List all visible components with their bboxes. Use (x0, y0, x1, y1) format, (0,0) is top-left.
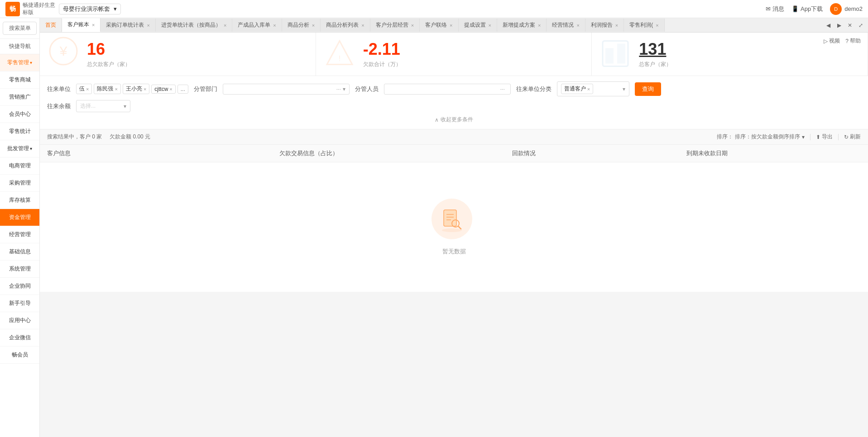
results-info: 搜索结果中，客户 0 家 欠款金额 0.00 元 (47, 133, 150, 141)
svg-rect-6 (617, 43, 625, 63)
remove-tag-wu[interactable]: × (86, 86, 89, 92)
tab-new-suggest[interactable]: 新增提成方案 × (497, 19, 547, 32)
tab-instock-stats[interactable]: 进货单统计表（按商品） × (156, 19, 232, 32)
play-icon: ▷ (824, 38, 828, 44)
sidebar-item-retail-mall[interactable]: 零售商城 (0, 71, 39, 89)
person-input[interactable]: ··· (384, 84, 511, 95)
export-btn[interactable]: ⬆ 导出 (816, 133, 833, 141)
tab-purchase-order[interactable]: 采购订单统计表 × (101, 19, 155, 32)
quick-nav-btn[interactable]: 快捷导航 (0, 39, 39, 54)
tab-product-analysis-list[interactable]: 商品分析列表 × (321, 19, 370, 32)
help-btn[interactable]: ? 帮助 (845, 37, 861, 45)
main-layout: 搜索菜单 快捷导航 零售管理 ▾ 零售商城 营销推广 会员中心 零售统计 批发管… (0, 18, 868, 437)
close-tab-purchase[interactable]: × (147, 23, 149, 28)
filter-row-1: 往来单位 伍 × 陈民强 × 王小亮 × (47, 81, 861, 96)
content-area: 首页 客户账本 × 采购订单统计表 × 进货单统计表（按商品） × 产成品入库单… (40, 18, 868, 437)
sidebar-item-wholesale-mgmt[interactable]: 批发管理 ▾ (0, 140, 39, 157)
person-more-icon: ··· (500, 86, 505, 92)
filter-tag-cjttcw: cjttcw × (151, 85, 175, 94)
unit-type-select[interactable]: 普通客户 × ▾ (557, 81, 629, 96)
close-tab-instock[interactable]: × (224, 23, 226, 28)
search-menu-btn[interactable]: 搜索菜单 (3, 22, 37, 35)
sidebar-item-vip-member[interactable]: 畅会员 (0, 347, 39, 364)
tab-bar-actions: ◀ ▶ ✕ ⤢ (821, 21, 868, 30)
filter-row-2: 往来余额 选择... ▾ (47, 100, 861, 112)
empty-illustration (432, 199, 477, 244)
tab-production-instock[interactable]: 产成品入库单 × (232, 19, 282, 32)
sidebar-item-basic-info[interactable]: 基础信息 (0, 243, 39, 261)
remove-tag-chen[interactable]: × (115, 86, 117, 92)
col-repayment: 回款情况 (512, 149, 686, 157)
chevron-icon: ▾ (30, 60, 32, 65)
sort-label-text: 排序：按欠款金额倒序排序 (735, 133, 800, 141)
customer-count: 0 (92, 133, 95, 140)
balance-select[interactable]: 选择... ▾ (76, 100, 130, 112)
close-tab-new-suggest[interactable]: × (538, 23, 541, 28)
sidebar-item-inventory[interactable]: 库存核算 (0, 192, 39, 209)
sidebar-item-retail-stats[interactable]: 零售统计 (0, 123, 39, 140)
sidebar-item-system[interactable]: 系统管理 (0, 261, 39, 278)
refresh-btn[interactable]: ↻ 刷新 (844, 133, 861, 141)
close-tab-production[interactable]: × (273, 23, 276, 28)
stat-total-debtors: ¥ 16 总欠款客户（家） (40, 33, 316, 76)
remove-tag-wang[interactable]: × (144, 86, 146, 92)
collapse-btn[interactable]: ∧ 收起更多条件 (47, 116, 861, 124)
sidebar-item-member-center[interactable]: 会员中心 (0, 106, 39, 123)
close-tab-contact[interactable]: × (450, 23, 452, 28)
sidebar-item-enterprise[interactable]: 企业协同 (0, 278, 39, 295)
filter-more-tags[interactable]: ... (177, 85, 188, 94)
close-tab-customer-book[interactable]: × (92, 22, 95, 28)
tab-home[interactable]: 首页 (40, 19, 62, 32)
tab-profit-report[interactable]: 利润报告 × (585, 19, 624, 32)
tab-customer-contact[interactable]: 客户联络 × (420, 19, 458, 32)
close-tab-business[interactable]: × (576, 23, 579, 28)
user-area[interactable]: D demo2 (830, 3, 863, 15)
sidebar-item-retail-mgmt[interactable]: 零售管理 ▾ (0, 54, 39, 71)
sidebar-item-label: 零售管理 (7, 59, 29, 66)
empty-circle (432, 199, 472, 239)
remove-tag-cjttcw[interactable]: × (169, 86, 172, 92)
close-tab-segment[interactable]: × (411, 23, 414, 28)
remove-tag-normal[interactable]: × (587, 86, 590, 92)
close-tab-retail-profit[interactable]: × (656, 23, 658, 28)
message-icon: ✉ (766, 5, 771, 12)
close-tab-profit[interactable]: × (615, 23, 618, 28)
tab-next-btn[interactable]: ▶ (834, 21, 844, 30)
sidebar-item-enterprise-wechat[interactable]: 企业微信 (0, 329, 39, 347)
sidebar-item-app-center[interactable]: 应用中心 (0, 312, 39, 329)
sidebar-search-area: 搜索菜单 (0, 18, 39, 39)
sidebar-item-marketing[interactable]: 营销推广 (0, 89, 39, 106)
table-area: 客户信息 欠款交易信息（占比） 回款情况 到期未收款日期 (40, 145, 868, 292)
chevron-up-icon: ∧ (435, 117, 439, 123)
tab-business-status[interactable]: 经营情况 × (547, 19, 585, 32)
help-icon: ? (845, 38, 849, 44)
video-btn[interactable]: ▷ 视频 (824, 37, 840, 45)
sidebar-item-operation[interactable]: 经营管理 (0, 226, 39, 243)
stat2-text: -2.11 欠款合计（万） (363, 40, 401, 68)
query-btn[interactable]: 查询 (635, 82, 661, 96)
tab-prev-btn[interactable]: ◀ (824, 21, 833, 30)
tab-retail-profit[interactable]: 零售利润( × (624, 19, 664, 32)
app-download-btn[interactable]: 📱 App下载 (791, 5, 823, 13)
stat3-label: 总客户（家） (639, 61, 671, 68)
sort-selector[interactable]: 排序： 排序：按欠款金额倒序排序 ▾ (717, 133, 805, 141)
dept-input[interactable]: ··· ▾ (223, 84, 350, 95)
store-name: 母婴行业演示帐套 (63, 5, 110, 13)
tab-customer-book[interactable]: 客户账本 × (62, 18, 101, 32)
table-empty-state: 暂无数据 (40, 162, 868, 292)
sidebar-item-ecommerce[interactable]: 电商管理 (0, 157, 39, 175)
tab-customer-segment[interactable]: 客户分层经营 × (370, 19, 420, 32)
store-selector[interactable]: 母婴行业演示帐套 ▾ (59, 4, 121, 14)
tab-close-all-btn[interactable]: ✕ (845, 21, 854, 30)
close-tab-suggest[interactable]: × (489, 23, 491, 28)
sidebar-item-new-guide[interactable]: 新手引导 (0, 295, 39, 312)
tab-expand-btn[interactable]: ⤢ (856, 21, 865, 30)
message-btn[interactable]: ✉ 消息 (766, 5, 784, 13)
divider (810, 134, 810, 140)
sidebar-item-capital[interactable]: 资金管理 (0, 209, 39, 226)
tab-suggest-settings[interactable]: 提成设置 × (459, 19, 497, 32)
tab-product-analysis[interactable]: 商品分析 × (282, 19, 321, 32)
close-tab-product-list[interactable]: × (361, 23, 364, 28)
sidebar-item-purchase[interactable]: 采购管理 (0, 175, 39, 192)
close-tab-product-analysis[interactable]: × (312, 23, 315, 28)
